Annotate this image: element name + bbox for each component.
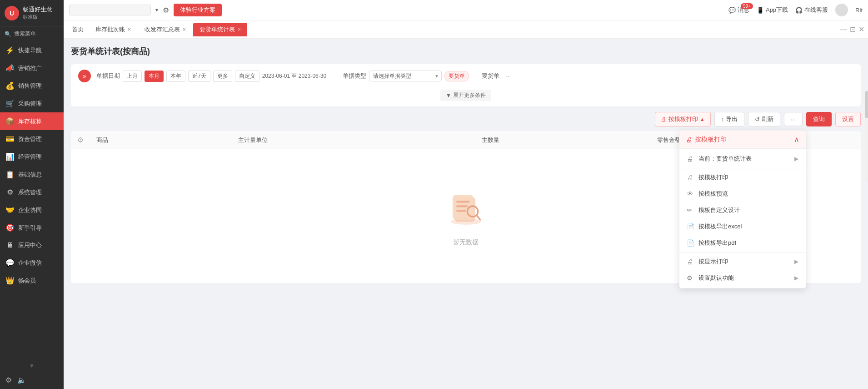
sidebar-search[interactable]: 🔍 搜索菜单 (0, 26, 64, 41)
print-item-template-design[interactable]: ✏ 模板自定义设计 (679, 202, 806, 218)
window-close-icon[interactable]: ✕ (858, 25, 864, 34)
print-template-button[interactable]: 🖨 按模板打印 ▲ (655, 112, 711, 126)
export-button[interactable]: ↑ 导出 (714, 112, 745, 126)
print-item-display-print[interactable]: 🖨 按显示打印 ▶ (679, 253, 806, 270)
type-select[interactable]: 请选择单据类型 (369, 71, 442, 81)
default-func-arrow: ▶ (794, 275, 798, 281)
expand-icon: ▼ (446, 92, 451, 99)
basic-icon: 📋 (5, 170, 15, 179)
date-btn-last-month[interactable]: 上月 (123, 71, 142, 82)
footer-audio-icon[interactable]: 🔈 (17, 376, 26, 384)
right-scrollbar-thumb (865, 91, 868, 118)
template-design-label: 模板自定义设计 (698, 206, 740, 214)
username-label: Rit (855, 7, 863, 14)
sidebar-item-label: 新手引导 (18, 224, 42, 232)
sidebar-item-wechat[interactable]: 💬 企业微信 (0, 254, 64, 272)
sidebar-logo: U 畅通好生意 标准版 (0, 0, 64, 26)
sidebar-item-basic[interactable]: 📋 基础信息 (0, 166, 64, 183)
sidebar-item-label: 企业协同 (18, 206, 42, 214)
filter-toggle-icon: » (83, 72, 86, 80)
expand-filter-button[interactable]: ▼ 展开更多条件 (440, 90, 491, 101)
message-icon: 💬 (728, 7, 736, 14)
more-options-button[interactable]: ··· (784, 113, 803, 126)
sidebar-item-enterprise[interactable]: 🤝 企业协同 (0, 201, 64, 219)
tab-order-stats-close[interactable]: × (238, 26, 241, 33)
print-dropdown-close-icon[interactable]: ∧ (794, 135, 799, 144)
window-maximize-icon[interactable]: ⊡ (850, 25, 856, 34)
table-settings-icon[interactable]: ⚙ (77, 136, 84, 144)
sidebar-item-inventory[interactable]: 📦 库存核算 (0, 112, 64, 130)
sidebar-item-finance[interactable]: 💳 资金管理 (0, 130, 64, 148)
print-item-template-print[interactable]: 🖨 按模板打印 (679, 169, 806, 186)
sidebar-item-member[interactable]: 👑 畅会员 (0, 272, 64, 289)
refresh-button[interactable]: ↺ 刷新 (748, 112, 780, 126)
sidebar-item-app-center[interactable]: 🖥 应用中心 (0, 237, 64, 254)
sidebar-item-quick-nav[interactable]: ⚡ 快捷导航 (0, 41, 64, 59)
tab-inventory-batch[interactable]: 库存批次账 × (89, 23, 137, 36)
print-item-template-preview[interactable]: 👁 按模板预览 (679, 186, 806, 202)
sidebar-item-label: 企业微信 (18, 259, 42, 267)
tab-receipt-summary-close[interactable]: × (183, 26, 186, 33)
table-col-unit: 主计量单位 (232, 131, 475, 149)
refresh-icon: ↺ (755, 116, 760, 123)
service-icon: 🎧 (795, 7, 803, 14)
app-download-icon: 📱 (757, 7, 764, 14)
tab-bar: 首页 库存批次账 × 收发存汇总表 × 要货单统计表 × — ⊡ ✕ (64, 20, 868, 39)
current-print-icon: 🖨 (687, 155, 695, 162)
app-download-button[interactable]: 📱 App下载 (757, 6, 788, 14)
page-title: 要货单统计表(按商品) (71, 46, 861, 57)
app-center-icon: 🖥 (5, 241, 15, 249)
sidebar-scroll-down[interactable]: ▼ (0, 361, 64, 371)
tab-inventory-batch-close[interactable]: × (128, 26, 131, 33)
print-item-current[interactable]: 🖨 当前：要货单统计表 ▶ (679, 151, 806, 167)
date-btn-more[interactable]: 更多 (213, 71, 232, 82)
svg-rect-3 (456, 201, 469, 202)
print-submenu: 🖨 当前：要货单统计表 ▶ 🖨 按模板打印 👁 按模板预览 ✏ (679, 149, 806, 288)
sales-icon: 💰 (5, 81, 15, 90)
print-item-export-pdf[interactable]: 📄 按模板导出pdf (679, 235, 806, 251)
sidebar-item-guide[interactable]: 🎯 新手引导 (0, 219, 64, 237)
date-btn-7days[interactable]: 近7天 (188, 71, 210, 82)
table-col-quantity: 主数量 (475, 131, 651, 149)
date-btn-this-year[interactable]: 本年 (166, 71, 185, 82)
topbar-gear-icon[interactable]: ⚙ (163, 6, 169, 15)
sidebar-item-operation[interactable]: 📊 经营管理 (0, 148, 64, 166)
topbar-search-input[interactable] (69, 5, 151, 15)
date-btn-custom[interactable]: 自定义 (235, 71, 259, 82)
wechat-icon: 💬 (5, 258, 15, 267)
sidebar-item-sales[interactable]: 💰 销售管理 (0, 77, 64, 95)
settings-button[interactable]: 设置 (835, 112, 861, 126)
sidebar-item-system[interactable]: ⚙ 系统管理 (0, 183, 64, 201)
sidebar-item-label: 营销推广 (18, 64, 42, 72)
print-item-default-func[interactable]: ⚙ 设置默认功能 ▶ (679, 270, 806, 286)
tab-order-stats[interactable]: 要货单统计表 × (193, 23, 247, 36)
online-service-button[interactable]: 🎧 在线客服 (795, 6, 828, 14)
footer-settings-icon[interactable]: ⚙ (5, 376, 12, 384)
sidebar-item-label: 采购管理 (18, 100, 42, 108)
search-icon: 🔍 (5, 31, 11, 37)
print-label: 按模板打印 (668, 115, 698, 123)
sidebar-item-marketing[interactable]: 📣 营销推广 (0, 59, 64, 77)
user-avatar[interactable] (835, 4, 848, 16)
topbar: ▾ ⚙ 体验行业方案 💬 消息 99+ 📱 App下载 🎧 在线客服 Rit (64, 0, 868, 20)
topbar-dropdown-arrow[interactable]: ▾ (155, 7, 158, 13)
current-print-label: 当前：要货单统计表 (698, 155, 752, 163)
date-btn-this-month[interactable]: 本月 (145, 71, 164, 82)
more-icon: ··· (791, 116, 796, 123)
filter-toggle-button[interactable]: » (78, 70, 91, 82)
query-button[interactable]: 查询 (806, 112, 832, 126)
order-type-tag: 要货单 (444, 71, 469, 81)
tab-receipt-summary[interactable]: 收发存汇总表 × (138, 23, 192, 36)
sidebar-item-purchase[interactable]: 🛒 采购管理 (0, 95, 64, 112)
right-scrollbar[interactable] (865, 91, 868, 182)
sidebar-item-label: 应用中心 (18, 241, 42, 249)
filter-bar: » 单据日期 上月 本月 本年 近7天 更多 自定义 2023-06-01 至 … (71, 64, 861, 106)
app-badge: 标准版 (23, 14, 52, 20)
tab-home[interactable]: 首页 (67, 23, 88, 36)
print-item-export-excel[interactable]: 📄 按模板导出excel (679, 218, 806, 235)
print-dropdown-header: 🖨 按模板打印 ∧ (679, 131, 806, 149)
window-minimize-icon[interactable]: — (840, 25, 847, 34)
trial-button[interactable]: 体验行业方案 (174, 4, 222, 16)
message-button[interactable]: 💬 消息 99+ (728, 6, 749, 14)
default-func-icon: ⚙ (687, 274, 695, 282)
